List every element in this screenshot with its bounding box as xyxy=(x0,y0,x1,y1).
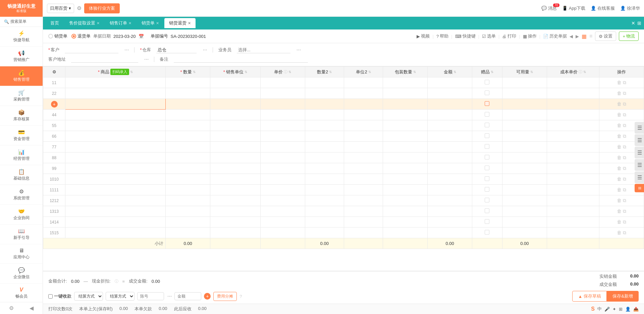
available-cell[interactable] xyxy=(502,77,547,88)
copy-row-icon[interactable]: ⧉ xyxy=(623,112,626,117)
save-draft-button[interactable]: ▲ 保存草稿 xyxy=(572,291,607,302)
unit-price-cell[interactable] xyxy=(260,77,305,88)
cost-price-cell[interactable] xyxy=(547,152,599,163)
amount-cell[interactable] xyxy=(428,152,472,163)
available-cell[interactable] xyxy=(502,174,547,185)
cost-price-cell[interactable] xyxy=(547,131,599,142)
close-all-icon[interactable]: ✕ xyxy=(631,20,635,26)
sale-unit-cell[interactable] xyxy=(210,195,261,206)
gift-checkbox[interactable] xyxy=(485,187,489,192)
unit2-cell[interactable] xyxy=(344,163,383,174)
copy-row-icon[interactable]: ⧉ xyxy=(623,144,626,149)
qty2-cell[interactable] xyxy=(305,152,344,163)
gift-checkbox[interactable] xyxy=(485,155,489,160)
fee-help-icon[interactable]: ? xyxy=(239,294,242,299)
product-cell[interactable] xyxy=(65,88,166,99)
pkg-qty-cell[interactable] xyxy=(383,142,428,152)
col-cost-sort[interactable]: ⇅ xyxy=(583,70,586,74)
product-cell[interactable] xyxy=(65,228,166,238)
col-amount-sort[interactable]: ⇅ xyxy=(453,70,456,74)
col-price-sort[interactable]: ⇅ xyxy=(288,70,291,74)
amount-cell[interactable] xyxy=(428,228,472,238)
delete-row-icon[interactable]: 🗑 xyxy=(617,219,622,225)
delete-row-icon[interactable]: 🗑 xyxy=(617,144,622,149)
copy-row-icon[interactable]: ⧉ xyxy=(623,80,626,85)
help-btn[interactable]: ? 帮助 xyxy=(436,33,448,39)
tab-sales[interactable]: 销货单 ✕ xyxy=(137,18,164,28)
copy-row-icon[interactable]: ⧉ xyxy=(623,90,626,96)
delete-row-icon[interactable]: 🗑 xyxy=(617,187,622,192)
gift-cell[interactable] xyxy=(472,152,502,163)
cost-price-cell[interactable] xyxy=(547,174,599,185)
delete-row-icon[interactable]: 🗑 xyxy=(617,101,622,107)
quick-btn-3[interactable]: ☰ xyxy=(635,146,644,158)
unit2-cell[interactable] xyxy=(344,206,383,217)
qty-cell[interactable] xyxy=(166,185,210,195)
available-cell[interactable] xyxy=(502,228,547,238)
calendar-icon[interactable]: 📅 xyxy=(139,34,144,39)
sale-unit-cell[interactable] xyxy=(210,163,261,174)
delete-row-icon[interactable]: 🗑 xyxy=(617,155,622,160)
delete-row-icon[interactable]: 🗑 xyxy=(617,90,622,96)
qty-cell[interactable] xyxy=(166,142,210,152)
product-cell[interactable] xyxy=(65,99,166,110)
available-cell[interactable] xyxy=(502,217,547,228)
sale-unit-cell[interactable] xyxy=(210,174,261,185)
sidebar-item-collab[interactable]: 🤝 企业协同 xyxy=(0,205,43,225)
gift-checkbox[interactable] xyxy=(485,80,489,84)
amount-cell[interactable] xyxy=(428,206,472,217)
sale-unit-cell[interactable] xyxy=(210,206,261,217)
qty2-cell[interactable] xyxy=(305,185,344,195)
unit2-cell[interactable] xyxy=(344,195,383,206)
tab-close-icon[interactable]: ✕ xyxy=(97,21,100,25)
gift-checkbox[interactable] xyxy=(485,101,489,106)
warehouse-dots[interactable]: ··· xyxy=(203,47,207,53)
gear-settings-icon[interactable]: ⚙ xyxy=(77,5,82,11)
qty2-cell[interactable] xyxy=(305,163,344,174)
gift-checkbox[interactable] xyxy=(485,144,489,149)
unit-price-cell[interactable] xyxy=(260,195,305,206)
unit-price-cell[interactable] xyxy=(260,185,305,195)
amount-cell[interactable] xyxy=(428,131,472,142)
cost-price-cell[interactable] xyxy=(547,110,599,120)
gift-checkbox[interactable] xyxy=(485,198,489,202)
radio-return[interactable]: 退货单 xyxy=(71,33,91,39)
quick-btn-5[interactable]: ☰ xyxy=(635,171,644,183)
col-unit-sort[interactable]: ⇅ xyxy=(245,70,247,74)
quick-btn-4[interactable]: ☰ xyxy=(635,159,644,171)
sidebar-item-guide[interactable]: 📖 新手引导 xyxy=(0,225,43,244)
qty-cell[interactable] xyxy=(166,88,210,99)
cost-price-cell[interactable] xyxy=(547,163,599,174)
amount-cell[interactable] xyxy=(428,88,472,99)
cost-price-cell[interactable] xyxy=(547,142,599,152)
qty2-cell[interactable] xyxy=(305,142,344,152)
copy-row-icon[interactable]: ⧉ xyxy=(623,133,626,139)
product-cell[interactable] xyxy=(65,77,166,88)
qty2-cell[interactable] xyxy=(305,120,344,131)
available-cell[interactable] xyxy=(502,185,547,195)
customer-input[interactable] xyxy=(65,47,118,53)
sale-unit-cell[interactable] xyxy=(210,110,261,120)
sale-unit-cell[interactable] xyxy=(210,228,261,238)
col-product-sort[interactable]: ⇅ xyxy=(130,70,133,74)
sale-unit-cell[interactable] xyxy=(210,120,261,131)
radio-sales[interactable]: 销货单 xyxy=(48,33,67,39)
sidebar-item-quicknav[interactable]: ⚡ 快捷导航 xyxy=(0,27,43,47)
delete-row-icon[interactable]: 🗑 xyxy=(617,166,622,171)
address-dots[interactable]: ··· xyxy=(144,56,149,62)
gift-cell[interactable] xyxy=(472,217,502,228)
unit-price-cell[interactable] xyxy=(260,131,305,142)
amount-cell[interactable] xyxy=(428,174,472,185)
sale-unit-cell[interactable] xyxy=(210,142,261,152)
copy-row-icon[interactable]: ⧉ xyxy=(623,101,626,107)
amount-cell[interactable] xyxy=(428,99,472,110)
col-qty-sort[interactable]: ⇅ xyxy=(193,70,196,74)
staff-dots[interactable]: ··· xyxy=(297,47,301,53)
next-record-icon[interactable]: ▶ xyxy=(576,34,579,39)
delete-row-icon[interactable]: 🗑 xyxy=(617,133,622,139)
sidebar-item-member[interactable]: V 畅会员 xyxy=(0,284,43,302)
copy-row-icon[interactable]: ⧉ xyxy=(623,176,626,182)
sale-unit-cell[interactable] xyxy=(210,185,261,195)
sidebar-item-wechat[interactable]: 💬 企业微信 xyxy=(0,264,43,284)
qty-cell[interactable] xyxy=(166,206,210,217)
